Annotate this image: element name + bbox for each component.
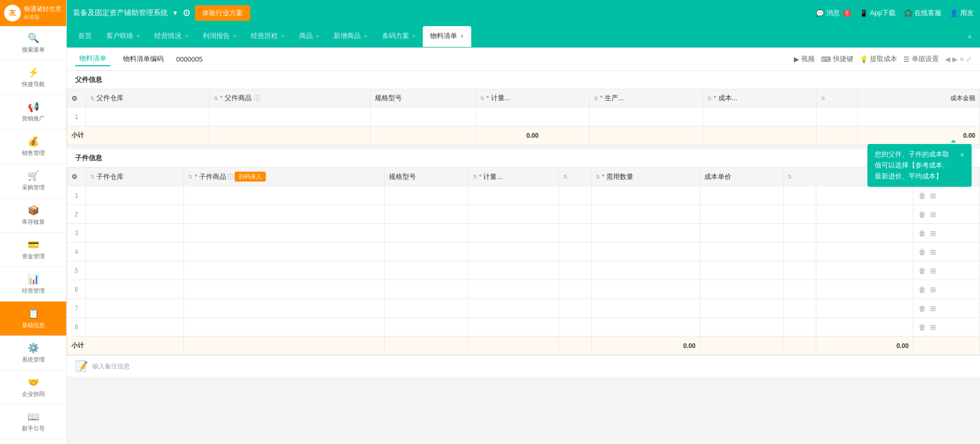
copy-btn-8[interactable]: ⊞ <box>929 322 937 332</box>
child-unit-cost-3[interactable] <box>700 224 783 243</box>
sidebar-item-search[interactable]: 🔍 搜索菜单 <box>0 26 66 61</box>
child-product-7[interactable] <box>184 299 385 318</box>
child-product-1[interactable] <box>184 186 385 205</box>
scan-btn[interactable]: 扫码录入 <box>235 172 266 182</box>
child-spec-8[interactable] <box>385 318 468 337</box>
child-sort2-8[interactable] <box>783 318 816 337</box>
delete-btn-1[interactable]: 🗑 <box>917 190 927 201</box>
child-unit-6[interactable] <box>468 280 558 299</box>
user-item[interactable]: 👤 用友 <box>950 8 974 18</box>
tab-business-close[interactable]: × <box>185 33 188 39</box>
parent-cost-cell[interactable] <box>703 107 816 126</box>
sidebar-item-inventory[interactable]: 📦 库存核算 <box>0 198 66 233</box>
child-qty-4[interactable] <box>591 243 700 261</box>
child-spec-5[interactable] <box>385 261 468 280</box>
topbar-settings-icon[interactable]: ⚙ <box>182 7 191 19</box>
child-sort-4[interactable] <box>558 243 591 261</box>
copy-btn-1[interactable]: ⊞ <box>929 190 937 201</box>
child-unit-cost-5[interactable] <box>700 261 783 280</box>
child-product-4[interactable] <box>184 243 385 261</box>
tab-barcode[interactable]: 条码方案× <box>375 26 423 47</box>
child-settings-icon[interactable]: ⚙ <box>71 173 78 181</box>
video-action[interactable]: ▶ 视频 <box>794 54 815 64</box>
tab-home[interactable]: 首页 <box>71 26 99 47</box>
single-settings-action[interactable]: ☰ 单据设置 <box>903 54 939 64</box>
sidebar-item-enterprise[interactable]: 🤝 企业协同 <box>0 370 66 405</box>
delete-btn-7[interactable]: 🗑 <box>917 303 927 314</box>
tab-customer[interactable]: 客户联络× <box>99 26 147 47</box>
child-spec-6[interactable] <box>385 280 468 299</box>
delete-btn-8[interactable]: 🗑 <box>917 322 927 332</box>
settings-gear-icon[interactable]: ⚙ <box>71 94 78 102</box>
child-unit-cost-8[interactable] <box>700 318 783 337</box>
child-unit-cost-2[interactable] <box>700 205 783 224</box>
tooltip-close-btn[interactable]: × <box>960 149 964 161</box>
child-sort-5[interactable] <box>558 261 591 280</box>
child-unit-7[interactable] <box>468 299 558 318</box>
child-unit-1[interactable] <box>468 186 558 205</box>
copy-btn-5[interactable]: ⊞ <box>929 266 937 276</box>
child-sort-1[interactable] <box>558 186 591 205</box>
tab-new-goods-close[interactable]: × <box>364 33 367 39</box>
message-item[interactable]: 💬 消息 6 <box>816 8 851 18</box>
tab-history[interactable]: 经营历程× <box>243 26 291 47</box>
child-unit-3[interactable] <box>468 224 558 243</box>
child-warehouse-7[interactable] <box>86 299 184 318</box>
close-all-tabs[interactable]: × <box>963 29 976 45</box>
tab-goods[interactable]: 商品× <box>292 26 326 47</box>
sidebar-item-quick-nav[interactable]: ⚡ 快捷导航 <box>0 61 66 95</box>
child-warehouse-5[interactable] <box>86 261 184 280</box>
copy-btn-7[interactable]: ⊞ <box>929 303 937 314</box>
child-spec-2[interactable] <box>385 205 468 224</box>
child-qty-2[interactable] <box>591 205 700 224</box>
child-spec-1[interactable] <box>385 186 468 205</box>
delete-btn-3[interactable]: 🗑 <box>917 228 927 238</box>
parent-product-cell[interactable] <box>209 107 370 126</box>
child-qty-1[interactable] <box>591 186 700 205</box>
expand-icon[interactable]: ⤢ <box>966 55 972 63</box>
child-unit-2[interactable] <box>468 205 558 224</box>
delete-btn-4[interactable]: 🗑 <box>917 247 927 257</box>
child-product-2[interactable] <box>184 205 385 224</box>
child-sort-6[interactable] <box>558 280 591 299</box>
child-sort2-5[interactable] <box>783 261 816 280</box>
child-sort2-2[interactable] <box>783 205 816 224</box>
child-product-8[interactable] <box>184 318 385 337</box>
nav-prev-icon[interactable]: ◀ <box>945 55 950 63</box>
child-sort-8[interactable] <box>558 318 591 337</box>
tab-history-close[interactable]: × <box>281 33 284 39</box>
copy-btn-3[interactable]: ⊞ <box>929 228 937 238</box>
delete-btn-2[interactable]: 🗑 <box>917 209 927 220</box>
copy-btn-6[interactable]: ⊞ <box>929 284 937 295</box>
copy-btn-2[interactable]: ⊞ <box>929 209 937 220</box>
child-sort2-4[interactable] <box>783 243 816 261</box>
tab-profit[interactable]: 利润报告× <box>195 26 243 47</box>
child-sort2-1[interactable] <box>783 186 816 205</box>
online-service-item[interactable]: 🎧 在线客服 <box>904 8 941 18</box>
child-sort-7[interactable] <box>558 299 591 318</box>
child-warehouse-8[interactable] <box>86 318 184 337</box>
parent-warehouse-cell[interactable] <box>86 107 210 126</box>
child-product-3[interactable] <box>184 224 385 243</box>
sub-tab-bom[interactable]: 物料清单 <box>75 52 111 66</box>
child-warehouse-2[interactable] <box>86 205 184 224</box>
sub-tab-bom-code[interactable]: 物料清单编码 <box>119 52 168 66</box>
parent-sort-cell[interactable] <box>816 107 858 126</box>
tab-new-goods[interactable]: 新增商品× <box>326 26 374 47</box>
child-unit-cost-6[interactable] <box>700 280 783 299</box>
child-warehouse-6[interactable] <box>86 280 184 299</box>
parent-spec-cell[interactable] <box>371 107 476 126</box>
sidebar-item-purchase[interactable]: 🛒 采购管理 <box>0 164 66 198</box>
shortcut-action[interactable]: ⌨ 快捷键 <box>821 54 853 64</box>
tab-goods-close[interactable]: × <box>316 33 319 39</box>
tab-profit-close[interactable]: × <box>233 33 236 39</box>
list-view-icon[interactable]: ≡ <box>960 55 964 63</box>
sidebar-item-sales[interactable]: 💰 销售管理 <box>0 129 66 164</box>
sidebar-item-marketing[interactable]: 📢 营销推广 <box>0 95 66 129</box>
sidebar-item-guide[interactable]: 📖 新手引导 <box>0 405 66 439</box>
child-warehouse-3[interactable] <box>86 224 184 243</box>
nav-next-icon[interactable]: ▶ <box>952 55 958 63</box>
child-qty-6[interactable] <box>591 280 700 299</box>
child-unit-4[interactable] <box>468 243 558 261</box>
sidebar-item-finance[interactable]: 💳 资金管理 <box>0 233 66 267</box>
